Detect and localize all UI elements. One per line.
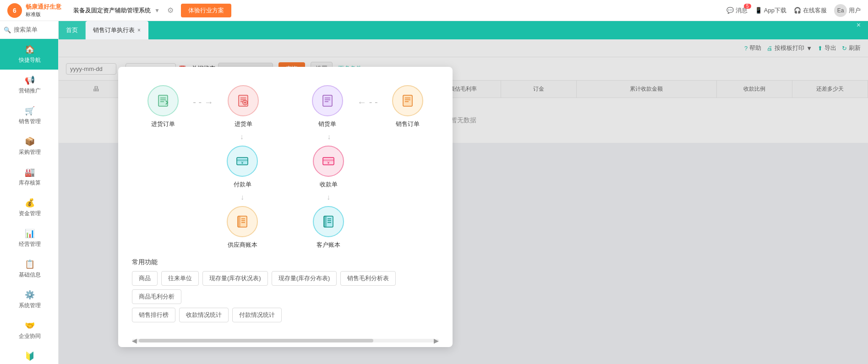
purchase-order-icon: [147, 85, 179, 116]
arrow-down-receipt-icon: ↓: [313, 191, 344, 203]
flow-receipt[interactable]: ¥ 收款单: [313, 146, 344, 189]
arrow-down-payment-icon: ↓: [227, 191, 258, 203]
avatar: Ea: [834, 4, 847, 17]
top-actions: 💬 消息 5 📱 App下载 🎧 在线客服 Ea 用户: [726, 4, 861, 17]
cf-btn-product[interactable]: 商品: [132, 271, 158, 286]
flow-bottom-row: 供应商账本: [141, 206, 430, 249]
flow-top-row: 进货订单 - - →: [141, 85, 430, 128]
quick-nav-modal-overlay[interactable]: 进货订单 - - →: [59, 39, 868, 364]
modal-scrollbar[interactable]: ◀ ▶: [132, 339, 439, 342]
search-icon: 🔍: [4, 27, 11, 33]
user-menu[interactable]: Ea 用户: [834, 4, 861, 17]
content-area: 首页 销售订单执行表 × × ? 帮助 🖨: [59, 21, 868, 364]
svg-rect-31: [324, 216, 327, 227]
handshake-icon: 🤝: [25, 321, 35, 331]
sidebar-item-marketing[interactable]: 📢 营销推广: [0, 70, 58, 100]
app-download-button[interactable]: 📱 App下载: [755, 6, 786, 15]
quick-nav-modal: 进货订单 - - →: [118, 67, 453, 347]
cf-btn-product-analysis[interactable]: 商品毛利分析: [132, 289, 181, 304]
flow-container: 进货订单 - - →: [132, 81, 439, 254]
scroll-right-icon[interactable]: ▶: [434, 337, 439, 344]
tab-close-all-button[interactable]: ×: [849, 21, 868, 39]
search-menu-button[interactable]: 🔍 搜索菜单: [0, 21, 58, 39]
purchase-bill-icon: [228, 85, 259, 116]
sidebar-item-inventory[interactable]: 🏭 库存核算: [0, 162, 58, 192]
arrow-down-purchase-icon: ↓: [226, 131, 257, 143]
cf-btn-counterparty[interactable]: 往来单位: [161, 271, 199, 286]
message-badge: 5: [744, 4, 751, 9]
headset-icon: 🎧: [794, 7, 801, 14]
cf-btn-sales-analysis[interactable]: 销售毛利分析表: [340, 271, 396, 286]
dropdown-arrow-icon[interactable]: ▼: [154, 7, 160, 14]
arrow-down-sales-icon: ↓: [313, 131, 344, 143]
cf-buttons-row2: 销售排行榜 收款情况统计 付款情况统计: [132, 308, 439, 322]
sidebar-item-finance[interactable]: 💰 资金管理: [0, 192, 58, 223]
common-functions: 常用功能 商品 往来单位 现存量(库存状况表) 现存量(库存分布表) 销售毛利分…: [132, 258, 439, 322]
message-icon: 💬: [726, 7, 734, 14]
system-icon: ⚙️: [25, 290, 35, 300]
tab-sales-order[interactable]: 销售订单执行表 ×: [86, 21, 148, 39]
system-title: 装备及固定资产辅助管理系统 ▼ ⚙ 体验行业方案: [66, 4, 726, 17]
message-button[interactable]: 💬 消息 5: [726, 6, 748, 15]
receipt-icon: ¥: [313, 146, 344, 177]
sidebar-item-basic-info[interactable]: 📋 基础信息: [0, 254, 58, 284]
logo-area: 6 畅康通好生意 标准版: [7, 3, 66, 18]
tab-close-icon[interactable]: ×: [137, 27, 141, 33]
arrow-left-dashed-icon: ← - -: [357, 97, 377, 117]
home-icon: 🏠: [25, 44, 35, 54]
flow-purchase-bill[interactable]: 进货单: [228, 85, 259, 128]
cf-btn-payment-stats[interactable]: 付款情况统计: [232, 308, 282, 322]
cf-btn-sales-ranking[interactable]: 销售排行榜: [132, 308, 175, 322]
phone-icon: 📱: [755, 7, 762, 14]
svg-rect-15: [403, 95, 412, 106]
supplier-ledger-icon: [227, 206, 258, 237]
svg-rect-26: [238, 216, 240, 227]
chart-icon: 📊: [25, 228, 35, 239]
tab-bar: 首页 销售订单执行表 × ×: [59, 21, 868, 39]
gear-icon[interactable]: ⚙: [167, 6, 174, 15]
sidebar-item-operations[interactable]: 📊 经营管理: [0, 223, 58, 254]
customer-ledger-icon: [313, 206, 344, 237]
flow-sales-order[interactable]: 销售订单: [392, 85, 423, 128]
sidebar-item-system[interactable]: ⚙️ 系统管理: [0, 284, 58, 315]
guide-icon: 🔰: [25, 351, 35, 361]
common-functions-title: 常用功能: [132, 258, 439, 266]
flow-mid-row: ¥ 付款单: [141, 146, 430, 189]
system-name: 装备及固定资产辅助管理系统: [73, 6, 151, 15]
page-content: ? 帮助 🖨 按模板打印 ▼ ⬆ 导出 ↻ 刷新: [59, 39, 868, 364]
arrow-right-icon: - - →: [193, 97, 213, 117]
cf-btn-stock-dist[interactable]: 现存量(库存分布表): [272, 271, 337, 286]
cf-btn-receipt-stats[interactable]: 收款情况统计: [179, 308, 229, 322]
flow-purchase-order[interactable]: 进货订单: [147, 85, 179, 128]
sidebar-item-newbie[interactable]: 🔰 新手引导: [0, 346, 58, 364]
clipboard-icon: 📋: [25, 259, 35, 269]
box-icon: 📦: [25, 136, 35, 147]
sidebar-item-quick-nav[interactable]: 🏠 快捷导航: [0, 39, 58, 70]
cart-icon: 🛒: [25, 106, 35, 116]
flow-supplier-ledger[interactable]: 供应商账本: [227, 206, 258, 249]
flow-sales-bill[interactable]: 销货单: [312, 85, 343, 128]
megaphone-icon: 📢: [25, 75, 35, 85]
online-service-button[interactable]: 🎧 在线客服: [794, 6, 827, 15]
money-icon: 💰: [25, 198, 35, 208]
logo-text: 畅康通好生意 标准版: [26, 3, 61, 17]
svg-rect-11: [323, 95, 332, 106]
sidebar-item-sales[interactable]: 🛒 销售管理: [0, 100, 58, 131]
scroll-left-icon[interactable]: ◀: [132, 337, 137, 344]
logo-icon: 6: [7, 3, 22, 18]
svg-text:¥: ¥: [327, 161, 330, 165]
sidebar-item-enterprise[interactable]: 🤝 企业协同: [0, 315, 58, 346]
svg-text:¥: ¥: [241, 161, 244, 165]
cf-btn-stock-status[interactable]: 现存量(库存状况表): [202, 271, 268, 286]
tab-home[interactable]: 首页: [59, 21, 86, 39]
warehouse-icon: 🏭: [25, 167, 35, 177]
sidebar: 🔍 搜索菜单 🏠 快捷导航 📢 营销推广 🛒 销售管理 📦 采购管理 🏭: [0, 21, 59, 364]
trial-button[interactable]: 体验行业方案: [181, 4, 231, 17]
flow-customer-ledger[interactable]: 客户账本: [313, 206, 344, 249]
sales-bill-icon: [312, 85, 343, 116]
payment-icon: ¥: [227, 146, 258, 177]
cf-buttons-row1: 商品 往来单位 现存量(库存状况表) 现存量(库存分布表) 销售毛利分析表 商品…: [132, 271, 439, 304]
flow-payment[interactable]: ¥ 付款单: [227, 146, 258, 189]
sales-order-icon: [392, 85, 423, 116]
sidebar-item-purchase[interactable]: 📦 采购管理: [0, 131, 58, 162]
